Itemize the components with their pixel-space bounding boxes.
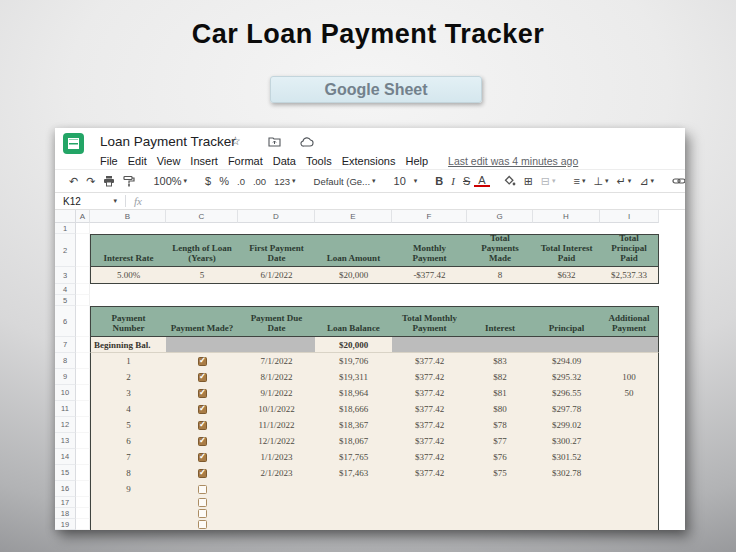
font-size-select[interactable]: 10▾: [390, 175, 422, 187]
payment-checkbox[interactable]: [198, 421, 207, 430]
cell-A15[interactable]: [76, 465, 90, 481]
cell-D8[interactable]: 7/1/2022: [238, 353, 315, 369]
payment-checkbox[interactable]: [198, 469, 207, 478]
cell-B6[interactable]: Payment Number: [90, 306, 166, 337]
cell-I15[interactable]: [600, 465, 659, 481]
menu-format[interactable]: Format: [228, 155, 263, 167]
cell-C4[interactable]: [166, 284, 238, 295]
cell-G3[interactable]: 8: [467, 267, 533, 284]
cell-C16[interactable]: [166, 481, 238, 497]
cell-F8[interactable]: $377.42: [392, 353, 467, 369]
increase-decimal-icon[interactable]: .00: [249, 176, 270, 187]
vertical-align-icon[interactable]: ⊥▾: [590, 175, 613, 188]
cell-G9[interactable]: $82: [467, 369, 533, 385]
cell-I17[interactable]: [600, 497, 659, 508]
text-rotation-icon[interactable]: ⊿▾: [635, 175, 658, 188]
payment-checkbox[interactable]: [198, 357, 207, 366]
cell-B19[interactable]: [90, 519, 166, 530]
menu-edit[interactable]: Edit: [128, 155, 147, 167]
cell-G5[interactable]: [467, 295, 533, 306]
cell-I5[interactable]: [600, 295, 659, 306]
payment-checkbox[interactable]: [198, 520, 207, 529]
row-number-8[interactable]: 8: [55, 353, 76, 369]
cell-B17[interactable]: [90, 497, 166, 508]
cell-H3[interactable]: $632: [533, 267, 600, 284]
cell-F10[interactable]: $377.42: [392, 385, 467, 401]
cell-H13[interactable]: $300.27: [533, 433, 600, 449]
cell-G13[interactable]: $77: [467, 433, 533, 449]
cell-C14[interactable]: [166, 449, 238, 465]
cell-D10[interactable]: 9/1/2022: [238, 385, 315, 401]
cell-A17[interactable]: [76, 497, 90, 508]
cell-A7[interactable]: [76, 337, 90, 353]
cell-C9[interactable]: [166, 369, 238, 385]
row-number-10[interactable]: 10: [55, 385, 76, 401]
cell-G8[interactable]: $83: [467, 353, 533, 369]
cell-E17[interactable]: [315, 497, 392, 508]
cell-C13[interactable]: [166, 433, 238, 449]
menu-extensions[interactable]: Extensions: [342, 155, 396, 167]
cell-A13[interactable]: [76, 433, 90, 449]
sheets-logo-icon[interactable]: [63, 133, 84, 154]
cell-I1[interactable]: [600, 223, 659, 234]
cell-C17[interactable]: [166, 497, 238, 508]
format-percent-icon[interactable]: %: [215, 175, 233, 187]
cell-G6[interactable]: Interest: [467, 306, 533, 337]
cell-C2[interactable]: Length of Loan (Years): [166, 234, 238, 267]
cell-F2[interactable]: Monthly Payment: [392, 234, 467, 267]
cell-E6[interactable]: Loan Balance: [315, 306, 392, 337]
cell-F6[interactable]: Total Monthly Payment: [392, 306, 467, 337]
cell-C3[interactable]: 5: [166, 267, 238, 284]
col-header-D[interactable]: D: [238, 210, 315, 223]
cell-G14[interactable]: $76: [467, 449, 533, 465]
cell-E8[interactable]: $19,706: [315, 353, 392, 369]
cell-C1[interactable]: [166, 223, 238, 234]
cell-E11[interactable]: $18,666: [315, 401, 392, 417]
cell-D13[interactable]: 12/1/2022: [238, 433, 315, 449]
cell-D4[interactable]: [238, 284, 315, 295]
format-currency-icon[interactable]: $: [201, 175, 215, 187]
text-wrap-icon[interactable]: ↵▾: [613, 175, 636, 188]
google-sheet-badge[interactable]: Google Sheet: [270, 76, 482, 103]
horizontal-align-icon[interactable]: ≡▾: [570, 175, 590, 187]
cell-A2[interactable]: [76, 234, 90, 267]
menu-data[interactable]: Data: [273, 155, 296, 167]
cell-C11[interactable]: [166, 401, 238, 417]
cell-G15[interactable]: $75: [467, 465, 533, 481]
cell-A16[interactable]: [76, 481, 90, 497]
cell-E4[interactable]: [315, 284, 392, 295]
strikethrough-icon[interactable]: S: [459, 175, 474, 187]
cell-G11[interactable]: $80: [467, 401, 533, 417]
row-number-17[interactable]: 17: [55, 497, 76, 508]
insert-link-icon[interactable]: [668, 176, 685, 186]
col-header-B[interactable]: B: [90, 210, 166, 223]
cell-F17[interactable]: [392, 497, 467, 508]
cell-I10[interactable]: 50: [600, 385, 659, 401]
cloud-status-icon[interactable]: [300, 137, 314, 147]
cell-B2[interactable]: Interest Rate: [90, 234, 166, 267]
cell-C15[interactable]: [166, 465, 238, 481]
cell-H18[interactable]: [533, 508, 600, 519]
cell-F13[interactable]: $377.42: [392, 433, 467, 449]
cell-A10[interactable]: [76, 385, 90, 401]
row-number-9[interactable]: 9: [55, 369, 76, 385]
cell-D3[interactable]: 6/1/2022: [238, 267, 315, 284]
col-header-E[interactable]: E: [315, 210, 392, 223]
cell-B3[interactable]: 5.00%: [90, 267, 166, 284]
cell-G12[interactable]: $78: [467, 417, 533, 433]
cell-C18[interactable]: [166, 508, 238, 519]
cell-E18[interactable]: [315, 508, 392, 519]
move-folder-icon[interactable]: [268, 136, 281, 147]
cell-G10[interactable]: $81: [467, 385, 533, 401]
cell-F14[interactable]: $377.42: [392, 449, 467, 465]
row-number-4[interactable]: 4: [55, 284, 76, 295]
cell-D14[interactable]: 1/1/2023: [238, 449, 315, 465]
cell-I2[interactable]: Total Principal Paid: [600, 234, 659, 267]
cell-B4[interactable]: [90, 284, 166, 295]
redo-icon[interactable]: ↷: [82, 175, 99, 188]
payment-checkbox[interactable]: [198, 509, 207, 518]
cell-E12[interactable]: $18,367: [315, 417, 392, 433]
cell-D6[interactable]: Payment Due Date: [238, 306, 315, 337]
cell-F12[interactable]: $377.42: [392, 417, 467, 433]
cell-C6[interactable]: Payment Made?: [166, 306, 238, 337]
